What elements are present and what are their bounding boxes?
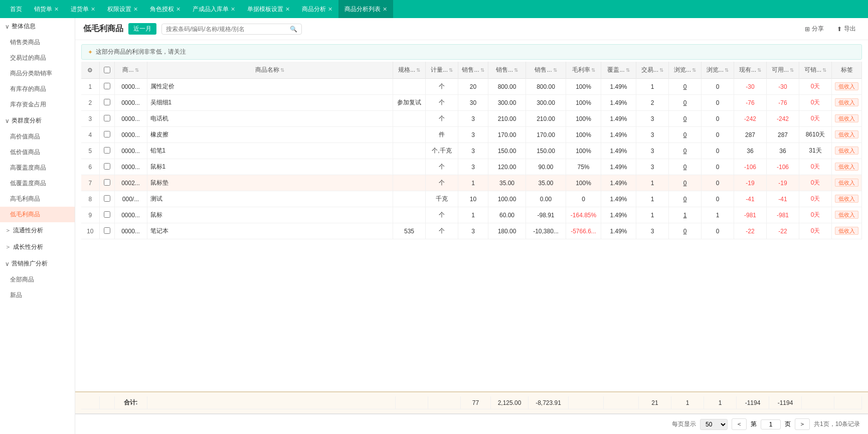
col-coverage[interactable]: 覆盖...⇅ <box>601 62 636 79</box>
sidebar-item-low-coverage[interactable]: 低覆盖度商品 <box>0 176 75 191</box>
sidebar-item-capital[interactable]: 库存资金占用 <box>0 97 75 112</box>
top-nav: 首页 销货单 ✕ 进货单 ✕ 权限设置 ✕ 角色授权 ✕ 产成品入库单 ✕ 单据… <box>0 0 868 18</box>
row-tag: 低收入 <box>832 175 862 191</box>
row-browse1[interactable]: 1 <box>669 207 702 223</box>
nav-product-in-close[interactable]: ✕ <box>231 6 235 13</box>
nav-template[interactable]: 单据模板设置 ✕ <box>241 0 296 18</box>
nav-sales-close[interactable]: ✕ <box>54 6 59 13</box>
sidebar-item-high-value[interactable]: 高价值商品 <box>0 129 75 144</box>
nav-permission-close[interactable]: ✕ <box>133 6 138 13</box>
row-checkbox[interactable] <box>99 223 114 239</box>
select-all-checkbox[interactable] <box>104 67 110 73</box>
sidebar-item-new-goods[interactable]: 新品 <box>0 287 75 303</box>
sidebar-item-low-value[interactable]: 低价值商品 <box>0 144 75 160</box>
col-current-stock[interactable]: 现有...⇅ <box>734 62 767 79</box>
row-browse1[interactable]: 0 <box>669 111 702 127</box>
col-sales-amount[interactable]: 销售...⇅ <box>488 62 526 79</box>
sidebar-section-marketing[interactable]: ∨ 营销推广分析 <box>0 255 75 272</box>
nav-goods-analysis[interactable]: 商品分析 ✕ <box>296 0 338 18</box>
row-code: 0000... <box>114 159 147 175</box>
notice-bar: ✦ 这部分商品的利润非常低，请关注 <box>81 44 862 60</box>
row-checkbox[interactable] <box>99 79 114 95</box>
nav-goods-analysis-list-close[interactable]: ✕ <box>383 6 387 13</box>
sidebar-section-growth[interactable]: ＞ 成长性分析 <box>0 239 75 255</box>
total-sales-profit: -8,723.91 <box>529 396 569 409</box>
sidebar-section-overview[interactable]: ∨ 整体信息 <box>0 18 75 35</box>
prev-page-button[interactable]: ＜ <box>732 418 747 430</box>
row-checkbox[interactable] <box>99 127 114 143</box>
row-checkbox[interactable] <box>99 95 114 111</box>
row-browse1[interactable]: 0 <box>669 143 702 159</box>
search-icon[interactable]: 🔍 <box>290 26 297 33</box>
row-checkbox[interactable] <box>99 111 114 127</box>
row-profit-rate: 0 <box>566 191 601 207</box>
sidebar-item-sales-goods[interactable]: 销售类商品 <box>0 35 75 50</box>
col-trade[interactable]: 交易...⇅ <box>636 62 669 79</box>
col-code[interactable]: 商...⇅ <box>114 62 147 79</box>
settings-icon[interactable]: ⚙ <box>87 67 93 74</box>
total-browse1: 1 <box>671 396 704 409</box>
row-code: 0000... <box>114 127 147 143</box>
row-current-stock: -19 <box>734 175 767 191</box>
row-available: -76 <box>767 95 799 111</box>
per-page-select[interactable]: 50 20 100 <box>700 419 728 430</box>
sidebar-item-category-rate[interactable]: 商品分类助销率 <box>0 66 75 81</box>
row-checkbox[interactable] <box>99 207 114 223</box>
table-header-row: ⚙ 商...⇅ 商品名称⇅ 规格...⇅ <box>81 62 862 79</box>
row-checkbox[interactable] <box>99 143 114 159</box>
col-unit[interactable]: 计量...⇅ <box>426 62 458 79</box>
col-settings[interactable]: ⚙ <box>81 62 99 79</box>
period-button[interactable]: 近一月 <box>128 23 156 35</box>
sidebar-section-circulation[interactable]: ＞ 流通性分析 <box>0 222 75 239</box>
row-checkbox[interactable] <box>99 175 114 191</box>
nav-purchase-close[interactable]: ✕ <box>91 6 95 13</box>
nav-template-close[interactable]: ✕ <box>285 6 290 13</box>
nav-goods-analysis-close[interactable]: ✕ <box>328 6 332 13</box>
sidebar-item-high-margin[interactable]: 高毛利商品 <box>0 191 75 207</box>
row-tag: 低收入 <box>832 207 862 223</box>
nav-permission[interactable]: 权限设置 ✕ <box>101 0 144 18</box>
sidebar-item-stocked-goods[interactable]: 有库存的商品 <box>0 81 75 97</box>
search-input[interactable] <box>166 26 290 33</box>
page-number-input[interactable] <box>761 419 781 429</box>
col-sales-qty[interactable]: 销售...⇅ <box>458 62 488 79</box>
row-spec <box>393 191 426 207</box>
col-available[interactable]: 可用...⇅ <box>767 62 799 79</box>
sidebar-item-high-coverage[interactable]: 高覆盖度商品 <box>0 160 75 176</box>
next-page-button[interactable]: ＞ <box>795 418 810 430</box>
share-button[interactable]: ⊞ 分享 <box>801 23 828 35</box>
nav-role[interactable]: 角色授权 ✕ <box>144 0 187 18</box>
row-browse1[interactable]: 0 <box>669 191 702 207</box>
sidebar-section-cluster[interactable]: ∨ 类群度分析 <box>0 112 75 129</box>
nav-goods-analysis-list[interactable]: 商品分析列表 ✕ <box>338 0 393 18</box>
row-coverage: 1.49% <box>601 191 636 207</box>
nav-sales[interactable]: 销货单 ✕ <box>28 0 65 18</box>
row-browse1[interactable]: 0 <box>669 175 702 191</box>
sidebar-item-all-goods[interactable]: 全部商品 <box>0 272 75 287</box>
nav-role-close[interactable]: ✕ <box>176 6 181 13</box>
row-checkbox[interactable] <box>99 191 114 207</box>
col-browse1[interactable]: 浏览...⇅ <box>669 62 702 79</box>
nav-product-in[interactable]: 产成品入库单 ✕ <box>187 0 241 18</box>
row-browse1[interactable]: 0 <box>669 79 702 95</box>
sidebar-item-traded-goods[interactable]: 交易过的商品 <box>0 50 75 66</box>
row-browse1[interactable]: 0 <box>669 95 702 111</box>
row-browse1[interactable]: 0 <box>669 127 702 143</box>
col-name[interactable]: 商品名称⇅ <box>147 62 393 79</box>
row-browse2: 0 <box>702 159 734 175</box>
row-code: 0000... <box>114 143 147 159</box>
col-spec[interactable]: 规格...⇅ <box>393 62 426 79</box>
row-browse1[interactable]: 0 <box>669 159 702 175</box>
sidebar-item-low-margin[interactable]: 低毛利商品 <box>0 207 75 222</box>
col-profit-rate[interactable]: 毛利率⇅ <box>566 62 601 79</box>
nav-purchase[interactable]: 进货单 ✕ <box>65 0 101 18</box>
total-label: 合计: <box>114 396 147 409</box>
col-saleable[interactable]: 可销...⇅ <box>799 62 832 79</box>
search-box[interactable]: 🔍 <box>161 24 302 35</box>
export-button[interactable]: ⬆ 导出 <box>833 23 860 35</box>
nav-home[interactable]: 首页 <box>4 0 28 18</box>
row-browse1[interactable]: 0 <box>669 223 702 239</box>
col-browse2[interactable]: 浏览...⇅ <box>702 62 734 79</box>
col-sales-profit[interactable]: 销售...⇅ <box>526 62 566 79</box>
row-checkbox[interactable] <box>99 159 114 175</box>
